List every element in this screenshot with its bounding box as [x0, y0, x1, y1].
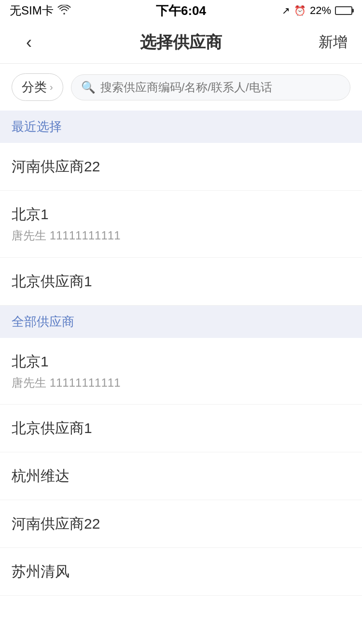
status-left: 无SIM卡	[10, 3, 71, 18]
back-button[interactable]: ‹	[14, 32, 43, 53]
carrier-text: 无SIM卡	[10, 3, 54, 18]
item-name: 河南供应商22	[12, 514, 350, 534]
list-item[interactable]: 北京供应商1	[0, 258, 362, 306]
item-sub: 唐先生 11111111111	[12, 227, 350, 244]
recent-section-header: 最近选择	[0, 111, 362, 143]
recent-items-list: 河南供应商22北京1唐先生 11111111111北京供应商1	[0, 143, 362, 306]
wifi-icon	[57, 4, 71, 17]
item-name: 北京1	[12, 351, 350, 372]
list-item[interactable]: 河南供应商22	[0, 500, 362, 548]
list-item[interactable]: 杭州维达	[0, 452, 362, 500]
item-name: 苏州清风	[12, 561, 350, 582]
item-name: 杭州维达	[12, 466, 350, 486]
status-right: ↗ ⏰ 22%	[282, 4, 352, 17]
list-item[interactable]: 北京供应商1	[0, 405, 362, 452]
item-name: 河南供应商22	[12, 156, 350, 177]
search-box[interactable]: 🔍	[71, 74, 350, 100]
list-item[interactable]: 北京1唐先生 11111111111	[0, 191, 362, 258]
item-name: 北京1	[12, 204, 350, 224]
filter-bar: 分类 › 🔍	[0, 64, 362, 111]
status-bar: 无SIM卡 下午6:04 ↗ ⏰ 22%	[0, 0, 362, 21]
nav-bar: ‹ 选择供应商 新增	[0, 21, 362, 64]
list-item[interactable]: 苏州清风	[0, 548, 362, 596]
item-name: 北京供应商1	[12, 271, 350, 292]
chevron-right-icon: ›	[50, 82, 53, 93]
status-time: 下午6:04	[156, 2, 206, 19]
battery-percent: 22%	[310, 4, 331, 17]
page-title: 选择供应商	[140, 31, 222, 54]
all-items-list: 北京1唐先生 11111111111北京供应商1杭州维达河南供应商22苏州清风	[0, 338, 362, 596]
search-input[interactable]	[100, 81, 340, 94]
list-item[interactable]: 河南供应商22	[0, 143, 362, 191]
add-button[interactable]: 新增	[319, 32, 348, 52]
alarm-icon: ⏰	[294, 5, 306, 16]
location-icon: ↗	[282, 5, 290, 16]
category-label: 分类	[22, 79, 47, 96]
item-sub: 唐先生 11111111111	[12, 375, 350, 391]
item-name: 北京供应商1	[12, 418, 350, 438]
category-button[interactable]: 分类 ›	[12, 73, 63, 101]
list-item[interactable]: 北京1唐先生 11111111111	[0, 338, 362, 405]
all-section-header: 全部供应商	[0, 306, 362, 338]
search-icon: 🔍	[81, 81, 96, 94]
battery-icon	[335, 6, 352, 15]
